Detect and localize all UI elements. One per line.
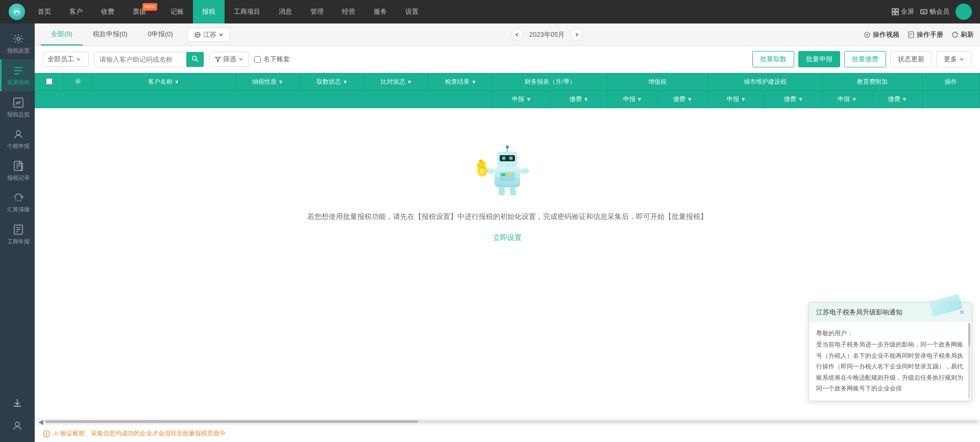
svg-point-20 [77,80,79,82]
svg-text:$: $ [480,168,483,174]
month-navigation: 2023年05月 [511,29,583,41]
account-suite-checkbox-label[interactable]: 名下账套 [254,55,290,64]
batch-fetch-button[interactable]: 批量取数 [752,51,794,67]
search-button[interactable] [186,52,204,67]
refresh-button[interactable]: 刷新 [951,30,974,39]
tab-all[interactable]: 全部(0) [41,23,83,45]
sidebar-item-personal-tax[interactable]: 个税申报 [0,123,35,155]
user-avatar[interactable] [955,4,972,20]
empty-state: $ [35,108,980,273]
vip-button[interactable]: 畅会员 [920,7,949,16]
batch-declare-button[interactable]: 批量申报 [798,51,840,67]
new-badge: NEW [142,3,157,11]
svg-point-42 [479,160,483,163]
next-month-button[interactable] [571,29,583,41]
nav-tax[interactable]: 报税 [193,0,225,23]
svg-rect-8 [14,70,22,71]
fetch-status-header[interactable]: 取数状态 ▼ [300,73,364,91]
client-name-header[interactable]: 客户名称 ▼ [92,73,235,91]
manual-icon [908,31,915,38]
select-all-checkbox[interactable] [46,78,53,85]
urban-pay-header[interactable]: 缴费 ▼ [765,91,822,108]
notification-close-button[interactable]: × [960,308,964,316]
region-selector[interactable]: 江苏 [187,28,230,42]
region-icon [194,31,201,38]
notification-scrollbar[interactable] [968,323,970,399]
empty-message: 若您想使用批量报税功能，请先在【报税设置】中进行报税的初始化设置，完成密码验证和… [307,210,707,223]
svg-point-6 [17,37,20,40]
urban-declare-header[interactable]: 申报 ▼ [708,91,765,108]
nav-accounting[interactable]: 记账 [161,0,193,23]
sidebar-item-tax-overview[interactable]: 报税总览 [0,91,35,123]
sidebar-item-annual-report[interactable]: 工商年报 [0,218,35,250]
svg-rect-9 [14,73,19,75]
status-update-button[interactable]: 状态更新 [890,51,932,67]
batch-pay-button[interactable]: 批量缴费 [844,51,886,67]
edu-pay-header[interactable]: 缴费 ▼ [872,91,922,108]
warning-icon: ! [43,430,50,437]
nav-service[interactable]: 服务 [364,0,396,23]
sidebar-label: 报税设置 [7,47,30,54]
search-input[interactable] [94,53,186,66]
search-icon [191,55,199,62]
nav-operation[interactable]: 经营 [333,0,364,23]
toolbar: 全部员工 筛选 名下账套 批量取数 批量申报 批量缴费 [35,46,980,73]
sidebar-label: 工商年报 [7,238,30,245]
checkbox-header[interactable] [35,73,64,91]
horizontal-scrollbar[interactable]: ◀ [35,419,980,425]
scroll-thumb[interactable] [45,420,418,423]
nav-message[interactable]: 消息 [270,0,301,23]
sidebar-item-tax-records[interactable]: 报税记录 [0,155,35,186]
tab-zero-declaration[interactable]: 0申报(0) [138,23,183,45]
app-logo[interactable] [5,0,29,23]
sidebar-item-tax-settings[interactable]: 报税设置 [0,28,35,59]
check-result-header[interactable]: 检查结果 ▼ [429,73,493,91]
education-header: 教育费附加 [822,73,922,91]
vat-declare-header[interactable]: 申报 ▼ [607,91,657,108]
tabs-row: 全部(0) 税款申报(0) 0申报(0) 江苏 2023年05月 [35,23,980,46]
setup-link[interactable]: 立即设置 [493,233,522,242]
nav-settings[interactable]: 设置 [396,0,428,23]
batch-tax-icon [12,64,24,77]
compare-status-header[interactable]: 比对状态 ▼ [364,73,429,91]
nav-billing[interactable]: 收费 [92,0,124,23]
edu-declare-header[interactable]: 申报 ▼ [822,91,872,108]
reconciliation-icon [12,191,24,204]
svg-rect-3 [892,12,895,15]
svg-rect-2 [896,9,898,11]
notification-title: 江苏电子税务局升级影响通知 [816,308,902,317]
svg-point-30 [506,145,509,149]
settings-header[interactable] [64,73,92,91]
vat-pay-header[interactable]: 缴费 ▼ [657,91,707,108]
operation-manual-button[interactable]: 操作手册 [908,30,943,39]
sidebar-item-reconciliation[interactable]: 汇算清缴 [0,186,35,218]
svg-point-28 [510,157,512,159]
nav-management[interactable]: 管理 [301,0,333,23]
account-suite-checkbox[interactable] [254,56,261,63]
chevron-down-icon [218,32,224,37]
operation-video-button[interactable]: 操作视频 [864,30,899,39]
filter-icon-client: ▼ [175,79,180,85]
svg-rect-32 [520,168,529,174]
svg-rect-34 [510,187,516,195]
filter-button[interactable]: 筛选 [209,52,249,67]
nav-industrial[interactable]: 工商项目 [225,0,270,23]
tax-type-header[interactable]: 纳税性质 ▼ [235,73,300,91]
sidebar-label: 报税记录 [7,174,30,181]
more-button[interactable]: 更多 [936,51,972,67]
prev-month-button[interactable] [511,29,523,41]
tab-tax-declaration[interactable]: 税款申报(0) [83,23,138,45]
financial-declare-header[interactable]: 申报 ▼ [493,91,550,108]
financial-pay-header[interactable]: 缴费 ▼ [550,91,607,108]
sidebar-label: 汇算清缴 [7,206,30,213]
svg-point-11 [16,131,20,135]
nav-invoice[interactable]: 票据 NEW [124,0,161,23]
nav-client[interactable]: 客户 [60,0,92,23]
fullscreen-button[interactable]: 全屏 [892,7,914,16]
user-button[interactable] [0,415,35,436]
nav-home[interactable]: 首页 [29,0,60,23]
personal-tax-icon [12,128,24,140]
download-button[interactable] [0,393,35,413]
employee-select[interactable]: 全部员工 [43,52,89,67]
sidebar-item-batch-tax[interactable]: 批量报税 [0,59,35,91]
